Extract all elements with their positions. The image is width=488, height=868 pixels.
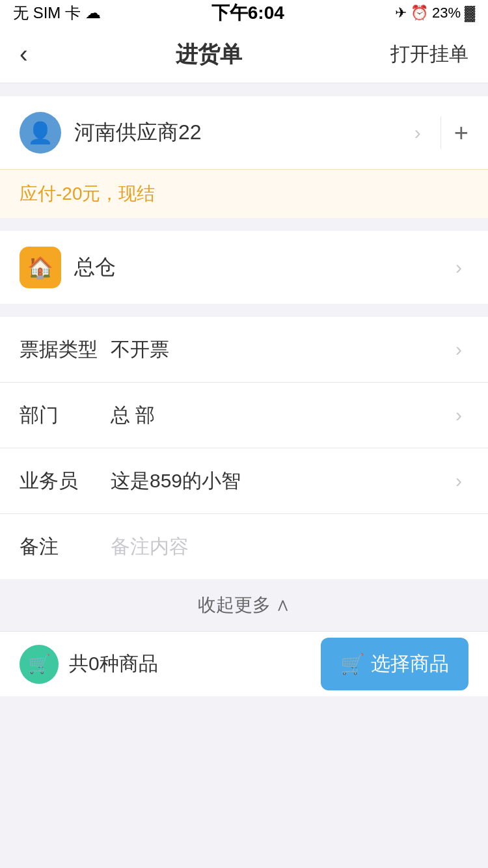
- form-section: 票据类型 不开票 › 部门 总 部 › 业务员 这是859的小智 › 备注 备注…: [0, 317, 488, 579]
- battery-icon: ▓: [465, 5, 475, 21]
- add-supplier-button[interactable]: +: [454, 119, 468, 147]
- person-icon: 👤: [27, 120, 53, 145]
- warehouse-name: 总仓: [74, 253, 455, 282]
- dept-chevron-icon: ›: [455, 404, 462, 426]
- dept-value: 总 部: [111, 402, 455, 429]
- select-goods-cart-icon: 🛒: [340, 653, 364, 675]
- warehouse-row[interactable]: 🏠 总仓 ›: [0, 231, 488, 304]
- select-goods-button[interactable]: 🛒 选择商品: [321, 638, 468, 690]
- chevron-right-icon: ›: [414, 122, 421, 144]
- warehouse-icon-wrap: 🏠: [20, 247, 61, 288]
- divider: [441, 116, 441, 149]
- status-bar: 无 SIM 卡 ☁ 下午6:04 ✈ ⏰ 23% ▓: [0, 0, 488, 26]
- product-count: 共0种商品: [69, 651, 321, 677]
- select-goods-label: 选择商品: [371, 651, 449, 677]
- sep-3: [0, 304, 488, 317]
- staff-value: 这是859的小智: [111, 468, 455, 495]
- signal-text: 无 SIM 卡 ☁: [13, 3, 101, 23]
- invoice-row[interactable]: 票据类型 不开票 ›: [0, 317, 488, 382]
- bottom-bar: 🛒 共0种商品 🛒 选择商品: [0, 631, 488, 696]
- alert-banner: 应付-20元，现结: [0, 169, 488, 218]
- collapse-label: 收起更多 ∧: [198, 593, 291, 617]
- staff-row[interactable]: 业务员 这是859的小智 ›: [0, 448, 488, 513]
- warehouse-icon: 🏠: [27, 255, 53, 280]
- supplier-row[interactable]: 👤 河南供应商22 › +: [0, 96, 488, 169]
- sep-2: [0, 218, 488, 231]
- open-pending-button[interactable]: 打开挂单: [390, 41, 468, 68]
- remark-input[interactable]: 备注内容: [111, 534, 468, 560]
- avatar: 👤: [20, 112, 61, 154]
- cart-icon: 🛒: [28, 653, 51, 675]
- status-left: 无 SIM 卡 ☁: [13, 3, 101, 23]
- remark-row[interactable]: 备注 备注内容: [0, 514, 488, 579]
- supplier-name: 河南供应商22: [74, 118, 414, 147]
- battery-text: 23%: [432, 5, 461, 21]
- supplier-section: 👤 河南供应商22 › + 应付-20元，现结: [0, 96, 488, 218]
- dept-row[interactable]: 部门 总 部 ›: [0, 383, 488, 448]
- top-separator: [0, 83, 488, 96]
- staff-label: 业务员: [20, 468, 111, 495]
- location-icon: ✈: [395, 5, 407, 21]
- warehouse-chevron-icon: ›: [455, 256, 462, 278]
- back-button[interactable]: ‹: [20, 40, 28, 68]
- remaining-background: [0, 696, 488, 868]
- staff-chevron-icon: ›: [455, 470, 462, 492]
- status-time: 下午6:04: [211, 1, 284, 25]
- collapse-row[interactable]: 收起更多 ∧: [0, 579, 488, 631]
- page-title: 进货单: [176, 40, 242, 70]
- invoice-value: 不开票: [111, 336, 455, 363]
- dept-label: 部门: [20, 402, 111, 429]
- remark-label: 备注: [20, 534, 111, 560]
- alarm-icon: ⏰: [411, 5, 428, 21]
- status-right: ✈ ⏰ 23% ▓: [395, 5, 475, 21]
- invoice-chevron-icon: ›: [455, 338, 462, 360]
- nav-bar: ‹ 进货单 打开挂单: [0, 26, 488, 83]
- warehouse-section: 🏠 总仓 ›: [0, 231, 488, 304]
- product-icon-wrap: 🛒: [20, 645, 59, 684]
- invoice-label: 票据类型: [20, 336, 111, 363]
- alert-text: 应付-20元，现结: [20, 183, 155, 204]
